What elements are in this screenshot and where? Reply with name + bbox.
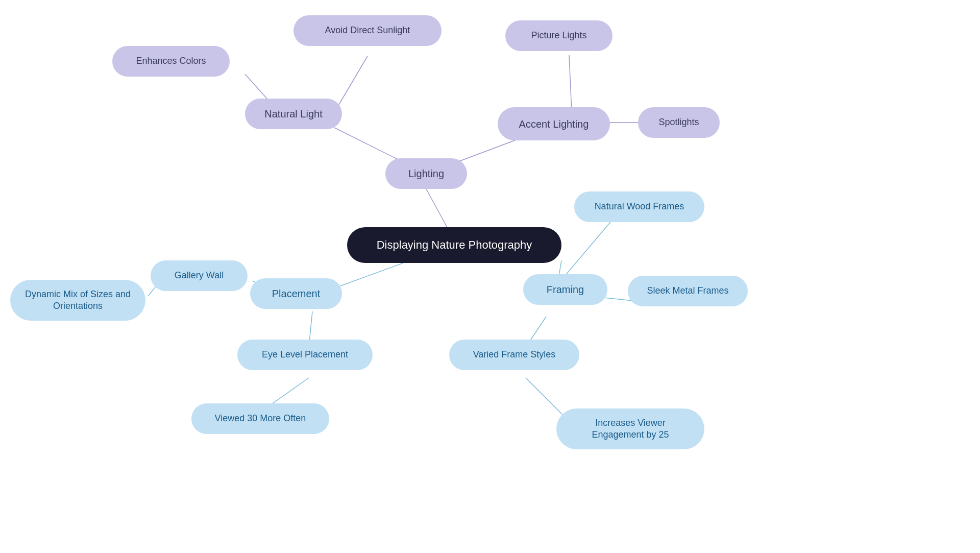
- node-enhances-colors[interactable]: Enhances Colors: [112, 46, 230, 77]
- node-sleek-metal-frames[interactable]: Sleek Metal Frames: [628, 276, 748, 306]
- node-picture-lights[interactable]: Picture Lights: [505, 20, 612, 51]
- node-framing[interactable]: Framing: [523, 274, 607, 305]
- node-eye-level[interactable]: Eye Level Placement: [237, 340, 373, 370]
- node-placement[interactable]: Placement: [250, 278, 342, 309]
- node-accent-lighting[interactable]: Accent Lighting: [498, 107, 610, 140]
- node-increases-viewer-engagement[interactable]: Increases Viewer Engagement by 25: [556, 408, 704, 449]
- node-natural-wood-frames[interactable]: Natural Wood Frames: [574, 191, 704, 222]
- node-varied-frame-styles[interactable]: Varied Frame Styles: [449, 340, 579, 370]
- svg-line-3: [334, 56, 368, 112]
- svg-line-16: [526, 378, 567, 419]
- node-spotlights[interactable]: Spotlights: [638, 107, 720, 138]
- node-gallery-wall[interactable]: Gallery Wall: [151, 260, 248, 291]
- node-lighting[interactable]: Lighting: [385, 158, 467, 189]
- node-avoid-direct-sunlight[interactable]: Avoid Direct Sunlight: [293, 15, 442, 46]
- mind-map-connections: [0, 0, 980, 553]
- node-natural-light[interactable]: Natural Light: [245, 99, 342, 129]
- center-node[interactable]: Displaying Nature Photography: [347, 227, 561, 263]
- node-dynamic-mix[interactable]: Dynamic Mix of Sizes and Orientations: [10, 280, 145, 321]
- svg-line-5: [569, 55, 572, 112]
- node-viewed-30[interactable]: Viewed 30 More Often: [191, 403, 329, 434]
